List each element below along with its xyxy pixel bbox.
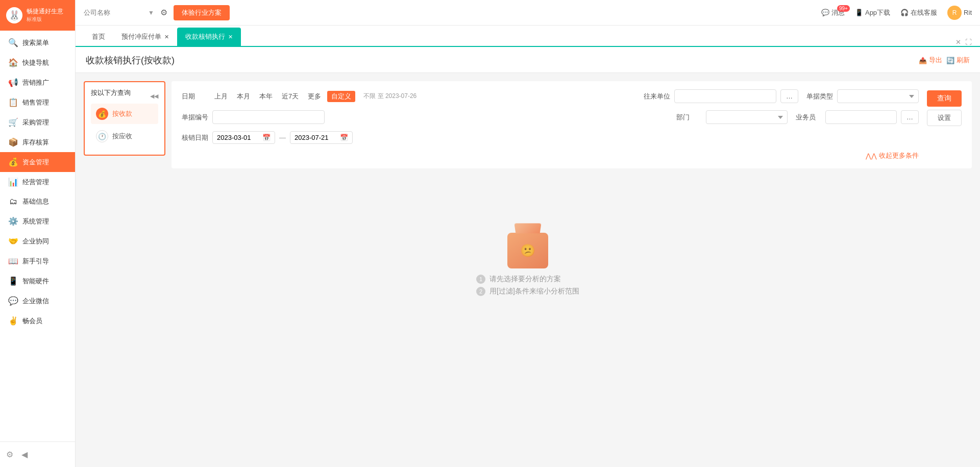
inventory-icon: 📦: [8, 137, 18, 147]
sidebar-item-collab[interactable]: 🤝 企业协同: [0, 231, 75, 251]
collapse-conditions-btn[interactable]: ⋀⋀ 收起更多条件: [182, 151, 919, 160]
verify-end-date[interactable]: 2023-07-21: [295, 134, 338, 141]
gear-icon[interactable]: ⚙: [160, 8, 167, 17]
sidebar: 🐰 畅捷通好生意 标准版 🔍 搜索菜单 🏠 快捷导航 📢 营销推广 📋 销售管理…: [0, 0, 76, 467]
calendar-end-icon[interactable]: 📅: [340, 134, 348, 141]
verify-date-start-input[interactable]: 2023-03-01 📅: [212, 131, 275, 144]
date-field: 日期 上月 本月 本年 近7天 更多 自定义: [182, 91, 355, 102]
date-btn-this-month[interactable]: 本月: [234, 91, 253, 102]
party-input[interactable]: [674, 89, 776, 103]
date-btn-this-year[interactable]: 本年: [256, 91, 276, 102]
app-download-item[interactable]: 📱 App下载: [855, 8, 890, 17]
doc-num-input[interactable]: [212, 110, 325, 124]
sidebar-item-quicknav[interactable]: 🏠 快捷导航: [0, 53, 75, 72]
sidebar-item-search[interactable]: 🔍 搜索菜单: [0, 33, 75, 53]
sidebar-item-label: 企业协同: [22, 237, 49, 246]
company-input[interactable]: [84, 9, 145, 16]
sidebar-item-finance[interactable]: 💰 资金管理: [0, 152, 75, 172]
search-area: 日期 上月 本月 本年 近7天 更多 自定义: [172, 81, 972, 168]
expand-tab-icon[interactable]: ⛶: [965, 38, 972, 46]
user-item[interactable]: R Rit: [947, 6, 972, 20]
sidebar-item-label: 新手引导: [22, 257, 49, 266]
service-icon: 🎧: [900, 9, 909, 16]
verify-date-field: 核销日期 2023-03-01 📅 — 2023-07-21 📅: [182, 131, 353, 144]
tab-home[interactable]: 首页: [84, 28, 113, 46]
sidebar-item-guide[interactable]: 📖 新手引导: [0, 251, 75, 271]
message-icon: 💬: [821, 9, 829, 16]
message-item[interactable]: 💬 消息 99+: [821, 8, 845, 17]
user-avatar: R: [947, 6, 962, 20]
sidebar-item-label: 库存核算: [22, 138, 49, 147]
sidebar-item-label: 企业微信: [22, 297, 49, 306]
business-label: 业务员: [796, 113, 821, 122]
right-buttons: 查询 设置: [927, 90, 962, 126]
sidebar-item-purchase[interactable]: 🛒 采购管理: [0, 112, 75, 132]
tab-receipts[interactable]: 收款核销执行 ✕: [177, 28, 241, 46]
dropdown-arrow-icon[interactable]: ▼: [148, 9, 154, 16]
dept-select[interactable]: [706, 110, 788, 124]
party-label: 往来单位: [644, 92, 670, 101]
export-button[interactable]: 📤 导出: [919, 56, 942, 65]
date-btn-last-month[interactable]: 上月: [211, 91, 231, 102]
doc-type-select[interactable]: [837, 89, 919, 103]
date-label: 日期: [182, 92, 207, 101]
query-button[interactable]: 查询: [927, 90, 962, 107]
sidebar-item-business[interactable]: 📊 经营管理: [0, 172, 75, 192]
sidebar-item-vip[interactable]: ✌️ 畅会员: [0, 311, 75, 331]
settings-button[interactable]: 设置: [927, 110, 962, 126]
receivable-filter-icon: 🕐: [96, 130, 108, 142]
sidebar-item-inventory[interactable]: 📦 库存核算: [0, 132, 75, 152]
topbar-company: ▼: [84, 9, 154, 16]
sidebar-item-label: 畅会员: [22, 316, 42, 326]
dept-label: 部门: [676, 113, 702, 122]
hardware-icon: 📱: [8, 276, 18, 286]
refresh-button[interactable]: 🔄 刷新: [946, 56, 970, 65]
business-input[interactable]: [825, 110, 897, 124]
calendar-start-icon[interactable]: 📅: [262, 134, 271, 141]
sidebar-item-marketing[interactable]: 📢 营销推广: [0, 72, 75, 92]
basic-icon: 🗂: [8, 197, 18, 206]
filter-collapse-icon[interactable]: ◀◀: [150, 93, 158, 100]
service-label: 在线客服: [911, 8, 937, 17]
doc-type-label: 单据类型: [806, 92, 833, 101]
tab-prepay-close-icon[interactable]: ✕: [164, 34, 169, 40]
tab-receipts-close-icon[interactable]: ✕: [228, 34, 233, 40]
collapse-sidebar-icon[interactable]: ◀: [21, 450, 28, 459]
tab-prepay[interactable]: 预付冲应付单 ✕: [113, 28, 177, 46]
sidebar-item-system[interactable]: ⚙️ 系统管理: [0, 211, 75, 231]
tabs-bar: 首页 预付冲应付单 ✕ 收款核销执行 ✕ ✕ ⛶: [76, 26, 980, 47]
search-icon: 🔍: [8, 38, 18, 47]
sidebar-footer: ⚙ ◀: [0, 441, 75, 467]
filter-option-by-receivable[interactable]: 🕐 按应收: [91, 126, 158, 146]
sidebar-item-label: 销售管理: [22, 98, 49, 107]
sidebar-item-hardware[interactable]: 📱 智能硬件: [0, 271, 75, 291]
sidebar-item-label: 采购管理: [22, 118, 49, 127]
content-body: 按以下方查询 ◀◀ 💰 按收款 🕐 按应收: [76, 73, 980, 177]
service-item[interactable]: 🎧 在线客服: [900, 8, 937, 17]
verify-date-label: 核销日期: [182, 133, 208, 142]
party-ellipsis-btn[interactable]: …: [780, 89, 798, 103]
home-icon: 🏠: [8, 58, 18, 67]
date-filters: 上月 本月 本年 近7天 更多 自定义: [211, 91, 355, 102]
filter-option-by-receipt[interactable]: 💰 按收款: [91, 104, 158, 124]
close-tab-icon[interactable]: ✕: [955, 38, 961, 46]
sidebar-menu: 🔍 搜索菜单 🏠 快捷导航 📢 营销推广 📋 销售管理 🛒 采购管理 📦 库存核…: [0, 31, 75, 441]
date-btn-7days[interactable]: 近7天: [279, 91, 302, 102]
business-ellipsis-btn[interactable]: …: [901, 110, 919, 124]
verify-start-date[interactable]: 2023-03-01: [217, 134, 260, 141]
empty-icon: 😕: [502, 217, 553, 268]
verify-date-end-input[interactable]: 2023-07-21 📅: [290, 131, 353, 144]
purchase-icon: 🛒: [8, 117, 18, 127]
sidebar-item-basic[interactable]: 🗂 基础信息: [0, 192, 75, 211]
main-area: ▼ ⚙ 体验行业方案 💬 消息 99+ 📱 App下载 🎧 在线客服 R Rit: [76, 0, 980, 467]
date-btn-custom[interactable]: 自定义: [327, 91, 355, 102]
date-btn-more[interactable]: 更多: [305, 91, 324, 102]
sidebar-item-wechat[interactable]: 💬 企业微信: [0, 291, 75, 311]
sidebar-item-sales[interactable]: 📋 销售管理: [0, 92, 75, 112]
settings-footer-icon[interactable]: ⚙: [6, 450, 13, 459]
hint-item-1: 1 请先选择要分析的方案: [476, 275, 579, 284]
topbar-right: 💬 消息 99+ 📱 App下载 🎧 在线客服 R Rit: [821, 6, 972, 20]
solution-button[interactable]: 体验行业方案: [174, 5, 230, 20]
business-icon: 📊: [8, 177, 18, 187]
sidebar-item-label: 经营管理: [22, 178, 49, 187]
